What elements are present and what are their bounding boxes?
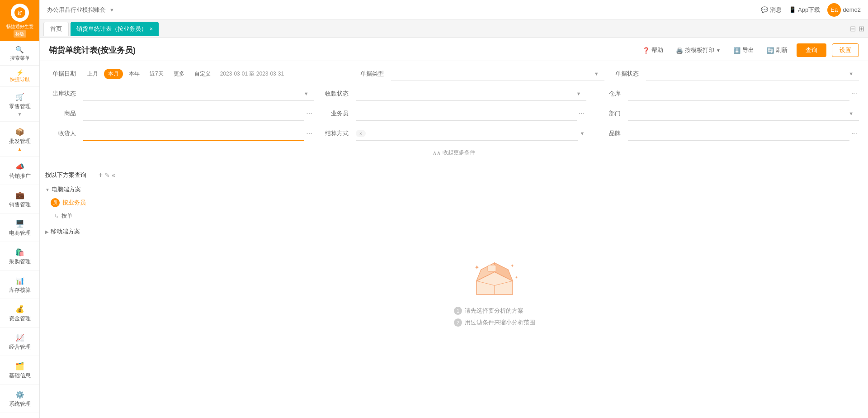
sidebar-item-basic[interactable]: 🗂️ 基础信息 xyxy=(0,356,39,385)
tab-active[interactable]: 销货单统计表（按业务员） × xyxy=(71,22,159,36)
mobile-group-arrow: ▶ xyxy=(45,229,49,234)
user-menu[interactable]: Ea demo2 xyxy=(827,3,861,17)
scheme-pc-title[interactable]: ▼ 电脑端方案 xyxy=(40,184,121,195)
scheme-mobile-title[interactable]: ▶ 移动端方案 xyxy=(40,226,121,238)
dept-select[interactable]: ▼ xyxy=(628,106,859,121)
doc-type-select[interactable]: ▼ xyxy=(391,66,604,81)
message-action[interactable]: 💬 消息 xyxy=(761,6,782,14)
message-icon: 💬 xyxy=(761,6,768,13)
content-area: 销货单统计表(按业务员) ❓ 帮助 🖨️ 按模板打印 ▼ ⬇️ 导出 🔄 刷 xyxy=(40,38,868,418)
goods-field: ··· xyxy=(83,106,314,121)
sidebar-item-wholesale[interactable]: 📦 批发管理 ▲ xyxy=(0,122,39,157)
warehouse-dots[interactable]: ··· xyxy=(849,90,859,98)
query-button[interactable]: 查询 xyxy=(797,43,826,57)
print-icon: 🖨️ xyxy=(676,47,683,54)
setting-button[interactable]: 设置 xyxy=(832,43,859,57)
refresh-icon: 🔄 xyxy=(767,47,774,54)
sidebar-item-finance[interactable]: 💰 资金管理 xyxy=(0,299,39,328)
consignee-dots[interactable]: ··· xyxy=(304,129,314,138)
tab-close-icon[interactable]: × xyxy=(150,26,153,32)
app-download-label: App下载 xyxy=(798,6,820,14)
industry-selector[interactable]: 办公用品行业模拟账套 ▼ xyxy=(47,6,114,14)
sidebar-item-inventory[interactable]: 📊 库存核算 xyxy=(0,271,39,299)
retail-label: 零售管理 xyxy=(9,103,31,110)
wholesale-icon: 📦 xyxy=(15,128,24,136)
template-print-button[interactable]: 🖨️ 按模板打印 ▼ xyxy=(672,44,724,56)
scheme-edit-icon[interactable]: ✎ xyxy=(104,171,110,179)
operation-icon: 📈 xyxy=(15,333,24,342)
sidebar-item-marketing[interactable]: 📣 营销推广 xyxy=(0,157,39,185)
settlement-x[interactable]: × xyxy=(359,131,362,136)
sidebar-item-purchase[interactable]: 🛍️ 采购管理 xyxy=(0,242,39,271)
export-button[interactable]: ⬇️ 导出 xyxy=(730,44,758,56)
scheme-collapse-icon[interactable]: « xyxy=(112,171,115,179)
brand-dots[interactable]: ··· xyxy=(849,129,859,138)
tab-minimize-button[interactable]: ⊟ xyxy=(850,24,856,33)
pc-group-label: 电脑端方案 xyxy=(52,185,81,194)
out-status-select[interactable]: ▼ xyxy=(83,86,314,101)
receipt-status-select[interactable]: ▼ xyxy=(356,86,587,101)
settlement-field: × ▼ xyxy=(356,126,587,141)
sidebar-item-operation[interactable]: 📈 经营管理 xyxy=(0,328,39,356)
out-status-arrow: ▼ xyxy=(302,91,311,96)
dept-field: ▼ xyxy=(628,106,859,121)
warehouse-label: 仓库 xyxy=(594,90,621,98)
date-btn-custom[interactable]: 自定义 xyxy=(190,69,215,79)
warehouse-input[interactable] xyxy=(628,86,849,101)
svg-text:✦: ✦ xyxy=(474,264,480,271)
retail-icon: 🛒 xyxy=(15,93,24,101)
scheme-add-icon[interactable]: + xyxy=(99,171,103,179)
sidebar-search[interactable]: 🔍 搜索菜单 xyxy=(0,41,39,66)
top-header: 办公用品行业模拟账套 ▼ 💬 消息 📱 App下载 Ea demo2 xyxy=(40,0,868,20)
search-label: 搜索菜单 xyxy=(10,55,30,62)
goods-input[interactable] xyxy=(83,106,304,121)
user-name: demo2 xyxy=(843,6,861,13)
doc-status-select[interactable]: ▼ xyxy=(646,66,859,81)
sales-icon: 💼 xyxy=(15,191,24,200)
collapse-button[interactable]: ∧∧ 收起更多条件 xyxy=(49,146,859,159)
app-download-action[interactable]: 📱 App下载 xyxy=(789,6,820,14)
tab-maximize-button[interactable]: ⊞ xyxy=(859,24,864,33)
date-btn-7days[interactable]: 近7天 xyxy=(146,69,168,79)
refresh-button[interactable]: 🔄 刷新 xyxy=(763,44,791,56)
sidebar-logo[interactable]: 好 畅捷通好生意 标版 xyxy=(0,0,39,41)
salesperson-dots[interactable]: ··· xyxy=(577,109,586,118)
brand-input[interactable] xyxy=(628,126,849,141)
date-btn-this-month[interactable]: 本月 xyxy=(104,69,123,79)
scheme-item-salesperson[interactable]: 员 按业务员 xyxy=(40,195,121,210)
date-btn-this-year[interactable]: 本年 xyxy=(125,69,144,79)
active-scheme-label: 按业务员 xyxy=(62,199,86,207)
hint-text-2: 用过滤条件来缩小分析范围 xyxy=(465,318,535,327)
print-dropdown-icon: ▼ xyxy=(716,48,721,53)
tab-expand: ⊟ ⊞ xyxy=(850,24,864,33)
collapse-label: 收起更多条件 xyxy=(443,149,475,157)
scheme-sub-item-by-order[interactable]: ↳ 按单 xyxy=(40,210,121,222)
goods-dots[interactable]: ··· xyxy=(304,109,314,118)
date-btn-last-month[interactable]: 上月 xyxy=(83,69,102,79)
app-download-icon: 📱 xyxy=(789,6,796,13)
tab-bar: 首页 销货单统计表（按业务员） × ⊟ ⊞ xyxy=(40,20,868,38)
marketing-label: 营销推广 xyxy=(9,172,31,180)
wholesale-label: 批发管理 xyxy=(9,138,31,145)
doc-type-field: ▼ xyxy=(391,66,604,81)
tab-home[interactable]: 首页 xyxy=(43,22,69,36)
salesperson-input[interactable] xyxy=(356,106,577,121)
sidebar-item-system[interactable]: ⚙️ 系统管理 xyxy=(0,385,39,413)
brand-label: 品牌 xyxy=(594,129,621,138)
help-button[interactable]: ❓ 帮助 xyxy=(639,44,667,56)
sidebar-item-ecommerce[interactable]: 🖥️ 电商管理 xyxy=(0,214,39,242)
consignee-input[interactable] xyxy=(83,126,304,141)
sidebar-item-retail[interactable]: 🛒 零售管理 ▼ xyxy=(0,87,39,122)
basic-label: 基础信息 xyxy=(9,372,31,380)
sidebar-shortcut[interactable]: ⚡ 快捷导航 xyxy=(0,66,39,87)
doc-status-field: ▼ xyxy=(646,66,859,81)
date-btn-more[interactable]: 更多 xyxy=(170,69,189,79)
svg-text:✦: ✦ xyxy=(515,276,518,280)
sidebar-item-sales[interactable]: 💼 销售管理 xyxy=(0,185,39,214)
scheme-header: 按以下方案查询 + ✎ « xyxy=(40,168,121,182)
sidebar: 好 畅捷通好生意 标版 🔍 搜索菜单 ⚡ 快捷导航 🛒 零售管理 ▼ 📦 批发管… xyxy=(0,0,40,418)
sidebar-item-cooperation[interactable]: 🤝 企业协同 xyxy=(0,413,39,418)
collapse-icon: ∧∧ xyxy=(433,150,441,156)
industry-dropdown-arrow: ▼ xyxy=(109,7,114,13)
mobile-group-label: 移动端方案 xyxy=(51,228,80,236)
